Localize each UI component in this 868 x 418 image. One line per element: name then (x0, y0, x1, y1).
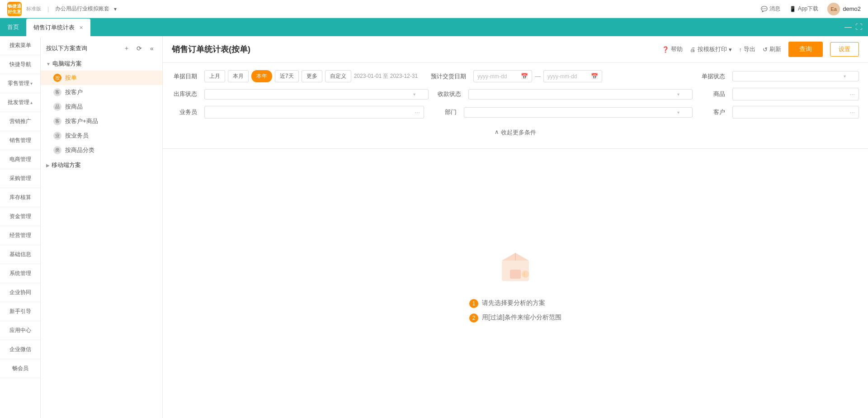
scheme-collapse-icon[interactable]: « (147, 43, 157, 53)
sidebar-item-search[interactable]: 搜索菜单 (0, 36, 40, 55)
user-profile[interactable]: Ea demo2 (827, 3, 861, 15)
scheme-item-by-order[interactable]: 按 按单 (41, 71, 162, 85)
date-btn-more[interactable]: 更多 (302, 70, 322, 82)
payment-label: 收款状态 (436, 90, 461, 98)
customer-input[interactable]: ··· (732, 106, 859, 119)
tab-maximize-icon[interactable]: ⛶ (855, 23, 863, 31)
scheme-group-label: 电脑端方案 (52, 60, 82, 68)
scheme-refresh-icon[interactable]: ⟳ (134, 43, 144, 53)
scheme-item-by-customer[interactable]: 客 按客户 (41, 85, 162, 100)
sidebar-item-marketing-label: 营销推广 (9, 118, 31, 124)
payment-select[interactable]: ▾ (468, 89, 693, 100)
tab-close-icon[interactable]: ✕ (79, 25, 83, 31)
top-bar-left: 畅捷通好生意 标准版 | 办公用品行业模拟账套 ▾ (7, 2, 117, 16)
query-button[interactable]: 查询 (788, 42, 823, 57)
delivery-select[interactable]: ▾ (204, 89, 429, 100)
refresh-button[interactable]: ↺ 刷新 (763, 45, 781, 53)
date-buttons-group: 上月 本月 本年 近7天 更多 自定义 2023-01-01 至 2023-12… (204, 70, 424, 82)
staff-input[interactable]: ··· (204, 106, 424, 119)
calendar-from-icon: 📅 (521, 73, 528, 80)
staff-ellipsis-icon[interactable]: ··· (415, 109, 420, 116)
sidebar-item-management[interactable]: 经营管理 (0, 226, 40, 245)
help-label: 帮助 (671, 45, 683, 53)
top-bar: 畅捷通好生意 标准版 | 办公用品行业模拟账套 ▾ 💬 消息 📱 App下载 E… (0, 0, 868, 18)
filter-row-date: 单据日期 上月 本月 本年 近7天 更多 自定义 2023-01-01 至 20… (172, 70, 859, 82)
date-btn-this-month[interactable]: 本月 (228, 70, 249, 82)
sidebar-item-wholesale[interactable]: 批发管理 ▴ (0, 93, 40, 112)
date-btn-this-year[interactable]: 本年 (251, 70, 272, 82)
scheme-add-icon[interactable]: ＋ (122, 43, 132, 53)
sidebar-item-member[interactable]: 畅会员 (0, 359, 40, 378)
tab-home[interactable]: 首页 (0, 18, 26, 36)
scheme-group-mobile: ▶ 移动端方案 (41, 158, 162, 172)
sidebar-item-purchase[interactable]: 采购管理 (0, 169, 40, 188)
refresh-icon: ↺ (763, 46, 768, 53)
scheme-item-by-product[interactable]: 品 按商品 (41, 100, 162, 114)
sidebar-item-apps[interactable]: 应用中心 (0, 321, 40, 340)
empty-illustration: ! (493, 245, 538, 290)
date-btn-last-month[interactable]: 上月 (204, 70, 225, 82)
app-download-icon: 📱 (789, 6, 796, 12)
product-input[interactable]: ··· (732, 88, 859, 100)
print-button[interactable]: 🖨 按模板打印 ▾ (690, 45, 732, 53)
dept-select[interactable]: ▾ (464, 107, 693, 118)
sidebar-item-guide[interactable]: 新手引导 (0, 302, 40, 321)
status-filter-label: 单据状态 (700, 72, 725, 81)
page-header: 销售订单统计表(按单) ❓ 帮助 🖨 按模板打印 ▾ ↑ 导出 (163, 36, 868, 63)
sidebar-item-retail[interactable]: 零售管理 ▾ (0, 74, 40, 93)
print-label: 按模板打印 (698, 45, 727, 53)
payment-select-arrow: ▾ (677, 92, 679, 97)
filter-row-delivery: 出库状态 ▾ 收款状态 ▾ 商品 ··· (172, 88, 859, 100)
tab-minimize-icon[interactable]: — (844, 23, 852, 31)
expected-date-to[interactable]: yyyy-mm-dd 📅 (543, 70, 602, 82)
scheme-group-desktop-header[interactable]: ▼ 电脑端方案 (41, 57, 162, 71)
message-button[interactable]: 💬 消息 (761, 5, 780, 13)
page-dropdown[interactable]: ▾ (114, 6, 117, 12)
hint-text-1: 请先选择要分析的方案 (482, 299, 545, 307)
scheme-item-by-staff[interactable]: 业 按业务员 (41, 128, 162, 143)
status-select[interactable]: ▾ (732, 71, 859, 81)
date-btn-custom[interactable]: 自定义 (325, 70, 351, 82)
scheme-item-by-customer-product[interactable]: 客 按客户+商品 (41, 114, 162, 128)
help-button[interactable]: ❓ 帮助 (662, 45, 683, 53)
expected-date-from[interactable]: yyyy-mm-dd 📅 (473, 70, 532, 82)
app-download-button[interactable]: 📱 App下载 (789, 5, 818, 13)
product-ellipsis-icon[interactable]: ··· (849, 90, 855, 98)
sidebar-item-quicknav[interactable]: 快捷导航 (0, 55, 40, 74)
hint-num-1: 1 (469, 299, 478, 308)
scheme-item-icon-product: 品 (53, 103, 61, 111)
scheme-item-label-product: 按商品 (65, 103, 83, 111)
sidebar-item-marketing[interactable]: 营销推广 (0, 112, 40, 131)
date-btn-7days[interactable]: 近7天 (275, 70, 299, 82)
scheme-item-by-category[interactable]: 类 按商品分类 (41, 143, 162, 157)
page-actions: ❓ 帮助 🖨 按模板打印 ▾ ↑ 导出 ↺ 刷新 (662, 42, 859, 57)
scheme-group-mobile-header[interactable]: ▶ 移动端方案 (41, 158, 162, 172)
sidebar-item-wechat-label: 企业微信 (9, 346, 31, 352)
sidebar-item-sales[interactable]: 销售管理 (0, 131, 40, 150)
tab-sales-order[interactable]: 销售订单统计表 ✕ (26, 19, 90, 37)
sidebar-item-wechat[interactable]: 企业微信 (0, 340, 40, 359)
sidebar-item-ecommerce[interactable]: 电商管理 (0, 150, 40, 169)
sidebar-item-guide-label: 新手引导 (9, 308, 31, 314)
customer-ellipsis-icon[interactable]: ··· (849, 109, 855, 116)
sidebar-item-finance[interactable]: 资金管理 (0, 207, 40, 226)
collapse-bar[interactable]: ∧ 收起更多条件 (172, 124, 859, 141)
logo-text: 畅捷通好生意 (8, 4, 21, 14)
settings-button[interactable]: 设置 (830, 42, 859, 57)
avatar-text: Ea (831, 6, 837, 12)
sidebar-item-basic[interactable]: 基础信息 (0, 245, 40, 264)
sidebar-item-inventory-label: 库存核算 (9, 194, 31, 200)
refresh-label: 刷新 (769, 45, 781, 53)
sidebar-item-enterprise[interactable]: 企业协同 (0, 283, 40, 302)
sidebar-item-sales-label: 销售管理 (9, 137, 31, 143)
chevron-up-icon: ▴ (30, 100, 33, 105)
tab-home-label: 首页 (7, 23, 19, 31)
expected-date-group: yyyy-mm-dd 📅 — yyyy-mm-dd 📅 (473, 70, 693, 82)
sidebar-item-system[interactable]: 系统管理 (0, 264, 40, 283)
sidebar-item-inventory[interactable]: 库存核算 (0, 188, 40, 207)
export-button[interactable]: ↑ 导出 (739, 45, 756, 53)
scheme-group-mobile-arrow: ▶ (46, 163, 50, 168)
empty-hint-1: 1 请先选择要分析的方案 (469, 299, 561, 308)
svg-point-4 (522, 271, 529, 278)
dept-label: 部门 (431, 108, 457, 116)
